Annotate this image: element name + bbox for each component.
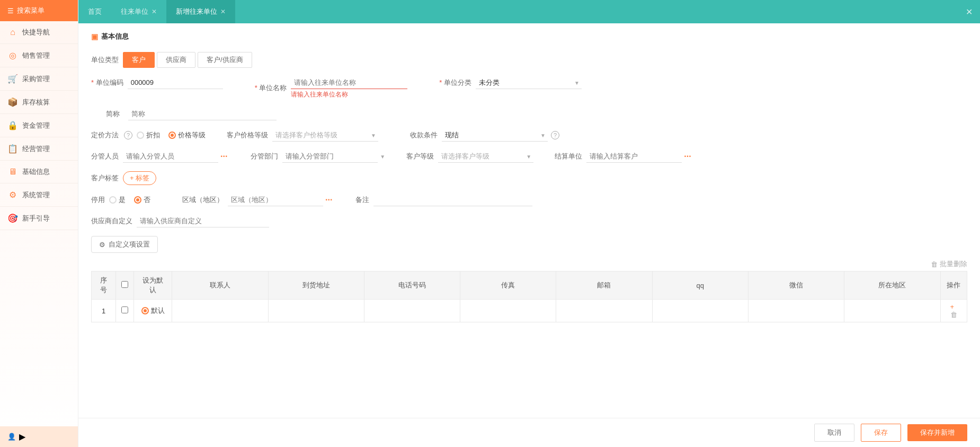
sidebar-item-system[interactable]: ⚙ 系统管理	[0, 183, 78, 207]
sidebar-item-sales[interactable]: ◎ 销售管理	[0, 44, 78, 67]
pricing-discount-radio[interactable]: 折扣	[137, 130, 160, 140]
unit-code-input[interactable]	[128, 76, 223, 89]
supervisor-more-btn[interactable]: ···	[218, 152, 229, 161]
col-fax: 传真	[460, 271, 556, 300]
sidebar-item-purchase[interactable]: 🛒 采购管理	[0, 67, 78, 91]
select-all-checkbox[interactable]	[121, 281, 128, 288]
pricing-level-radio[interactable]: 价格等级	[168, 130, 206, 140]
department-field: 分管部门 ▼	[251, 150, 385, 163]
department-input[interactable]	[282, 150, 378, 163]
payment-terms-select[interactable]: 现结	[442, 129, 548, 142]
fax-input[interactable]	[466, 307, 550, 315]
sidebar-item-label: 系统管理	[22, 190, 50, 200]
sidebar-item-operations[interactable]: 📋 经营管理	[0, 137, 78, 161]
region-input[interactable]	[228, 194, 323, 206]
customer-level-label: 客户等级	[406, 152, 434, 161]
cell-contact	[172, 300, 268, 322]
qq-input[interactable]	[658, 307, 743, 315]
pricing-help-icon[interactable]: ?	[124, 131, 132, 139]
sidebar-item-finance[interactable]: 🔒 资金管理	[0, 114, 78, 137]
customer-tag-field: 客户标签 + 标签	[91, 171, 156, 185]
remark-input[interactable]	[373, 194, 532, 206]
disabled-no-radio[interactable]: 否	[134, 195, 150, 205]
delete-row-btn[interactable]: 🗑	[950, 311, 957, 319]
add-tag-button[interactable]: + 标签	[123, 171, 156, 185]
cell-checkbox	[116, 300, 134, 322]
home-icon: ⌂	[7, 28, 18, 37]
region-field: 区域（地区） ···	[182, 194, 334, 206]
unit-name-input-group: 请输入往来单位名称	[291, 76, 407, 99]
department-label: 分管部门	[251, 152, 278, 161]
col-qq: qq	[652, 271, 748, 300]
supervisor-input[interactable]	[123, 150, 218, 163]
sidebar-item-quick-nav[interactable]: ⌂ 快捷导航	[0, 21, 78, 44]
region-more-btn[interactable]: ···	[323, 195, 334, 205]
tab-partner-close[interactable]: ✕	[152, 8, 157, 15]
bulk-delete-label: 批量删除	[940, 259, 967, 269]
unit-category-select[interactable]: 未分类	[476, 76, 582, 89]
address-input[interactable]	[274, 307, 359, 315]
disabled-yes-radio[interactable]: 是	[109, 195, 126, 205]
region-table-input[interactable]	[850, 307, 934, 315]
department-chevron-icon: ▼	[380, 154, 385, 160]
cell-region	[844, 300, 940, 322]
col-seq: 序号	[92, 271, 116, 300]
phone-input[interactable]	[370, 307, 455, 315]
tab-new-partner[interactable]: 新增往来单位 ✕	[166, 0, 235, 23]
customer-price-level-field: 客户价格等级 请选择客户价格等级 ▼	[227, 129, 378, 142]
unit-name-label: 单位名称	[255, 83, 287, 93]
settlement-more-btn[interactable]: ···	[682, 152, 693, 161]
unit-btn-both[interactable]: 客户/供应商	[198, 52, 252, 68]
short-name-input[interactable]	[128, 108, 277, 120]
payment-terms-help-icon[interactable]: ?	[551, 131, 559, 139]
save-button[interactable]: 保存	[861, 424, 901, 442]
tab-home[interactable]: 首页	[78, 0, 111, 23]
sidebar-item-basic[interactable]: 🖥 基础信息	[0, 161, 78, 183]
row-checkbox[interactable]	[121, 306, 128, 313]
unit-btn-supplier[interactable]: 供应商	[157, 52, 195, 68]
supplier-custom-row: 供应商自定义	[91, 215, 967, 227]
sidebar-item-inventory[interactable]: 📦 库存核算	[0, 91, 78, 114]
sidebar-item-label: 库存核算	[22, 98, 50, 107]
col-action: 操作	[940, 271, 967, 300]
settlement-unit-input[interactable]	[586, 150, 682, 163]
custom-settings-btn[interactable]: ⚙ 自定义项设置	[91, 236, 158, 253]
pricing-method-label: 定价方法	[91, 130, 119, 140]
tab-new-partner-close[interactable]: ✕	[220, 8, 226, 15]
pricing-radio-group: 折扣 价格等级	[137, 130, 206, 140]
save-add-button[interactable]: 保存并新增	[907, 424, 967, 441]
col-contact: 联系人	[172, 271, 268, 300]
add-row-btn[interactable]: +	[950, 303, 954, 311]
unit-name-input[interactable]	[291, 76, 407, 89]
sidebar-item-guide[interactable]: 🎯 新手引导	[0, 207, 78, 230]
custom-settings-wrapper: ⚙ 自定义项设置	[91, 236, 967, 253]
supervisor-field: 分管人员 ···	[91, 150, 229, 163]
col-checkbox	[116, 271, 134, 300]
settings-gear-icon: ⚙	[99, 241, 105, 249]
cancel-button[interactable]: 取消	[814, 424, 854, 442]
close-all-tabs[interactable]: ✕	[958, 7, 980, 17]
sidebar-search[interactable]: ☰ 搜索菜单	[0, 0, 78, 21]
email-input[interactable]	[562, 307, 646, 315]
cell-phone	[364, 300, 460, 322]
shortname-row: 简称	[91, 108, 967, 120]
customer-level-select[interactable]: 请选择客户等级	[438, 150, 533, 163]
contact-input[interactable]	[177, 307, 262, 315]
wechat-input[interactable]	[754, 307, 839, 315]
unit-name-field: 单位名称 请输入往来单位名称	[255, 76, 408, 99]
unit-btn-customer[interactable]: 客户	[123, 52, 155, 68]
section-icon: ▣	[91, 32, 98, 41]
bulk-delete-area: 🗑 批量删除	[91, 259, 967, 269]
sidebar-user[interactable]: 👤 ▶	[0, 426, 78, 447]
default-radio[interactable]: 默认	[139, 306, 166, 315]
purchase-icon: 🛒	[7, 74, 18, 84]
settlement-unit-label: 结算单位	[555, 152, 582, 161]
settlement-unit-field: 结算单位 ···	[555, 150, 693, 163]
supplier-custom-label: 供应商自定义	[91, 216, 132, 226]
sidebar-item-label: 经营管理	[22, 144, 50, 154]
customer-price-level-select[interactable]: 请选择客户价格等级	[272, 129, 378, 142]
supplier-custom-input[interactable]	[137, 215, 269, 227]
unit-type-row: 单位类型 客户 供应商 客户/供应商	[91, 52, 967, 68]
discount-radio-dot	[137, 132, 144, 139]
tab-partner[interactable]: 往来单位 ✕	[111, 0, 166, 23]
